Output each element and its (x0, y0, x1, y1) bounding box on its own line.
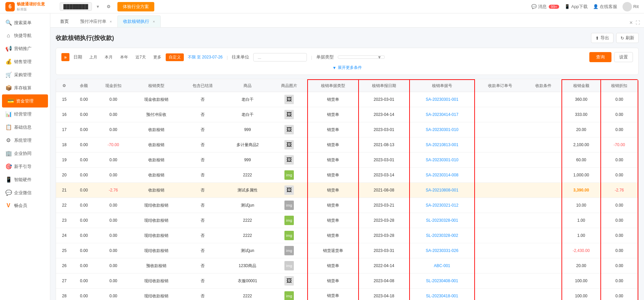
table-row: 27 0.00 0.00 现结收款核销 否 衣服00001 🖼 销货单 2023… (56, 273, 638, 289)
marketing-icon: 📢 (5, 45, 11, 52)
partner-filter-label: 往来单位 (232, 54, 249, 60)
page-title: 收款核销执行(按收款) (56, 34, 114, 42)
tab-close-all-icon[interactable]: ✕ (629, 20, 633, 25)
top-bar-right: 💬 消息 99+ 📱 App下载 👤 在线客服 Rit (531, 2, 639, 11)
sidebar-item-corp[interactable]: 🏢 企业协同 (0, 147, 50, 160)
table-container: ⚙ 余额 现金折扣 核销类型 包含已结清 商品 商品图片 核销单据类型 核销单报… (56, 79, 638, 300)
refresh-button[interactable]: ↻ 刷新 (616, 33, 639, 43)
expand-conditions-button[interactable]: ▼ 展开更多条件 (61, 65, 633, 71)
date-pill-custom[interactable]: 自定义 (166, 53, 184, 61)
sidebar-item-smart[interactable]: 📱 智能硬件 (0, 173, 50, 186)
date-pill-last-month[interactable]: 上月 (86, 53, 100, 61)
tab-expand-icon[interactable]: ⛶ (636, 20, 640, 25)
sidebar-item-quick-nav[interactable]: ⌂ 快捷导航 (0, 29, 50, 42)
col-writeoff-date: 核销单报日期 (359, 80, 410, 92)
col-collection-condition: 收款条件 (525, 80, 562, 92)
tab-home[interactable]: 首页 (54, 15, 74, 27)
sidebar-item-system[interactable]: ⚙ 系统管理 (0, 134, 50, 147)
writeoff-no-link[interactable]: SA-20230301-001 (426, 97, 458, 102)
col-settings[interactable]: ⚙ (56, 80, 72, 92)
brand-sub: 标准版 (17, 7, 45, 12)
tab-prepay[interactable]: 预付冲应付单 × (74, 15, 117, 27)
sidebar-label-funds: 资金管理 (16, 98, 34, 104)
page-actions: ⬆ 导出 ↻ 刷新 (591, 33, 639, 43)
cell-writeoff-no: SA-20230301-001 (410, 92, 475, 107)
sales-icon: 💰 (5, 58, 11, 65)
table-row: 22 0.00 0.00 现结收款核销 否 测试jun img 销货单 2023… (56, 198, 638, 213)
company-dropdown-icon[interactable]: ▼ (96, 4, 100, 9)
sidebar-item-search[interactable]: 🔍 搜索菜单 (0, 16, 50, 29)
date-range-display[interactable]: 不限 至 2023-07-26 (188, 54, 223, 60)
tab-bar: 首页 预付冲应付单 × 收款核销执行 × ✕ ⛶ (50, 13, 644, 28)
cell-include-settled: 否 (181, 92, 224, 107)
company-name-display[interactable]: ████████ (60, 2, 92, 11)
sidebar-item-inventory[interactable]: 📦 库存核算 (0, 81, 50, 94)
date-pill-7days[interactable]: 近7天 (132, 53, 149, 61)
corp-icon: 🏢 (5, 150, 11, 157)
collapse-filter-button[interactable]: » (61, 53, 69, 61)
cell-no: 15 (56, 92, 72, 107)
query-button[interactable]: 查询 (589, 52, 611, 62)
sidebar-label-search: 搜索菜单 (14, 20, 32, 26)
writeoff-no-link[interactable]: SA-20230301-010 (426, 127, 458, 132)
voucher-type-select[interactable]: ▼ (338, 55, 385, 59)
table-row: 24 0.00 0.00 现结收款核销 否 2222 img 销货单 2023-… (56, 228, 638, 243)
user-name: Rit (633, 4, 639, 9)
sidebar-label-newbie: 新手引导 (14, 164, 32, 170)
writeoff-no-link[interactable]: ABC-001 (434, 263, 450, 268)
writeoff-no-link[interactable]: SA-20230301-010 (426, 158, 458, 162)
writeoff-no-link[interactable]: SA-20230321-012 (426, 203, 458, 208)
messages-item[interactable]: 💬 消息 99+ (531, 4, 559, 10)
sidebar-item-newbie[interactable]: 🎯 新手引导 (0, 160, 50, 173)
tab-collection[interactable]: 收款核销执行 × (117, 15, 160, 27)
sidebar-item-wechat[interactable]: 💬 企业微信 (0, 186, 50, 199)
tab-prepay-close[interactable]: × (110, 19, 112, 24)
date-pill-more[interactable]: 更多 (150, 53, 164, 61)
filter-divider2: | (311, 55, 312, 60)
sidebar-item-marketing[interactable]: 📢 营销推广 (0, 42, 50, 55)
filter-divider1: | (227, 55, 228, 60)
sidebar-item-member[interactable]: V 畅会员 (0, 199, 50, 212)
writeoff-no-link[interactable]: SL-20230418-001 (426, 294, 458, 298)
table-row: 18 0.00 -70.00 收款核销 否 多计量商品2 🖼 销货单 2021-… (56, 137, 638, 153)
writeoff-no-link[interactable]: SA-20230314-008 (426, 173, 458, 177)
app-download-item[interactable]: 📱 App下载 (565, 4, 588, 10)
cell-goods: 老白干 (224, 92, 271, 107)
tab-collection-close[interactable]: × (153, 19, 155, 24)
writeoff-no-link[interactable]: SL-20230328-002 (426, 233, 458, 238)
setting-button[interactable]: 设置 (614, 52, 633, 62)
page: 收款核销执行(按收款) ⬆ 导出 ↻ 刷新 (50, 28, 644, 300)
writeoff-no-link[interactable]: SA-20230414-017 (426, 112, 458, 117)
date-pill-this-month[interactable]: 本月 (102, 53, 116, 61)
sidebar-label-marketing: 营销推广 (14, 46, 32, 52)
trial-button[interactable]: 体验行业方案 (117, 2, 154, 11)
top-bar-middle: ████████ ▼ ⚙ 体验行业方案 (60, 2, 527, 11)
writeoff-no-link[interactable]: SA-20210808-001 (426, 188, 458, 192)
cell-writeoff-amount: 360.00 (562, 92, 601, 107)
data-table: ⚙ 余额 现金折扣 核销类型 包含已结清 商品 商品图片 核销单据类型 核销单报… (56, 79, 638, 300)
sidebar-label-purchase: 采购管理 (14, 72, 32, 78)
search-icon: 🔍 (5, 19, 11, 26)
sidebar-item-sales[interactable]: 💰 销售管理 (0, 55, 50, 68)
sidebar-item-operations[interactable]: 📊 经营管理 (0, 108, 50, 121)
table-header: ⚙ 余额 现金折扣 核销类型 包含已结清 商品 商品图片 核销单据类型 核销单报… (56, 80, 638, 92)
user-item[interactable]: Rit (623, 2, 639, 11)
writeoff-no-link[interactable]: SA-20230331-026 (426, 248, 458, 253)
table-row: 28 0.00 0.00 现结收款核销 否 2222 img 销货单 2023-… (56, 289, 638, 300)
cell-cash-discount: 0.00 (95, 92, 131, 107)
export-button[interactable]: ⬆ 导出 (591, 33, 613, 43)
sidebar-item-base-info[interactable]: 📋 基础信息 (0, 121, 50, 134)
partner-input[interactable]: ... (253, 53, 307, 61)
col-include-settled: 包含已结清 (181, 80, 224, 92)
app-logo: 6 (5, 2, 15, 11)
voucher-type-label: 单据类型 (316, 54, 334, 60)
sidebar-item-purchase[interactable]: 🛒 采购管理 (0, 68, 50, 81)
table-row: 20 0.00 0.00 收款核销 否 2222 img 销货单 2023-03… (56, 168, 638, 183)
settings-icon-btn[interactable]: ⚙ (104, 2, 113, 11)
writeoff-no-link[interactable]: SL-20230408-001 (426, 278, 458, 283)
sidebar-item-funds[interactable]: 💳 资金管理 (2, 94, 48, 108)
date-pill-this-year[interactable]: 本年 (117, 53, 131, 61)
writeoff-no-link[interactable]: SL-20230328-001 (426, 218, 458, 223)
writeoff-no-link[interactable]: SA-20210813-001 (426, 142, 458, 147)
online-service-item[interactable]: 👤 在线客服 (593, 4, 617, 10)
